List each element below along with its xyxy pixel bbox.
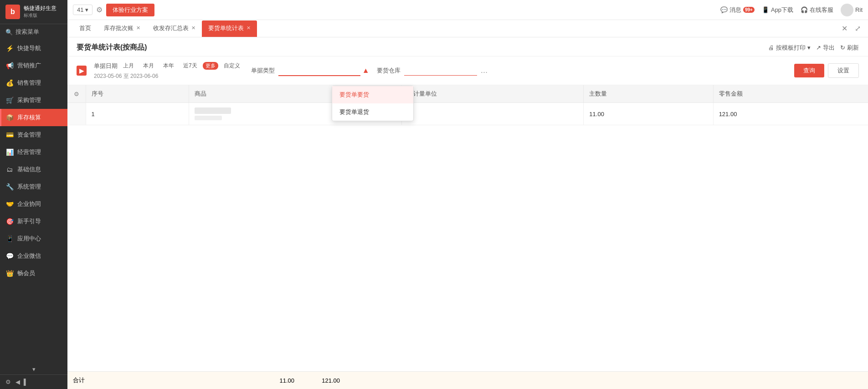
sidebar-scroll-down[interactable]: ▾ xyxy=(0,364,67,374)
collapse-button[interactable]: ◀ ▐ xyxy=(15,379,26,385)
date-tab-custom[interactable]: 自定义 xyxy=(220,61,244,71)
tab-label-home: 首页 xyxy=(79,24,91,32)
export-icon: ↗ xyxy=(816,44,821,51)
sidebar-item-appstore[interactable]: 📱应用中心 xyxy=(0,230,67,247)
main-area: 41 ▾ ⚙ 体验行业方案 💬 消息 99+ 📱 App下载 🎧 在线客服 xyxy=(67,0,868,389)
tab-close-inventory-batch[interactable]: ✕ xyxy=(136,25,140,31)
product-name-0 xyxy=(195,107,231,114)
sidebar-item-quicknav[interactable]: ⚡快捷导航 xyxy=(0,40,67,57)
sidebar-item-members[interactable]: 👑畅会员 xyxy=(0,265,67,282)
close-window-button[interactable]: ✕ xyxy=(840,23,849,34)
messages-button[interactable]: 💬 消息 99+ xyxy=(720,6,755,14)
store-selector[interactable]: 41 ▾ xyxy=(73,5,92,15)
dropdown-item-order[interactable]: 要货单要货 xyxy=(332,86,413,103)
filter-settings-button[interactable]: 设置 xyxy=(828,63,859,78)
search-menu[interactable]: 🔍 搜索菜单 xyxy=(0,24,67,40)
footer-qty: 11.00 xyxy=(258,377,294,384)
trial-button[interactable]: 体验行业方案 xyxy=(106,4,154,16)
sidebar-item-purchase[interactable]: 🛒采购管理 xyxy=(0,92,67,109)
sidebar-label-quicknav: 快捷导航 xyxy=(17,44,41,52)
filter-right-actions: 查询 设置 xyxy=(794,63,859,78)
tab-receive-summary[interactable]: 收发存汇总表✕ xyxy=(147,20,202,37)
app-download-button[interactable]: 📱 App下载 xyxy=(762,6,793,14)
message-icon: 💬 xyxy=(720,6,728,13)
footer-amount: 121.00 xyxy=(303,377,340,384)
print-template-button[interactable]: 🖨 按模板打印 ▾ xyxy=(768,44,811,52)
date-filter: 单据日期 上月 本月 本年 近7天 更多 自定义 2023-05-06 至 20… xyxy=(94,61,244,80)
th-settings[interactable]: ⚙ xyxy=(67,85,86,103)
sidebar-label-sales: 销售管理 xyxy=(17,79,41,87)
tab-label-order-stats: 要货单统计表 xyxy=(208,24,244,32)
td-settings-0 xyxy=(67,103,86,125)
sidebar-item-inventory[interactable]: 📦库存核算 xyxy=(0,109,67,126)
warehouse-input[interactable] xyxy=(404,66,477,76)
warehouse-filter-group: 要货仓库 … xyxy=(377,66,488,76)
sidebar-item-marketing[interactable]: 📢营销推广 xyxy=(0,57,67,74)
table-body: 1 块 11.00 121.00 xyxy=(67,103,868,125)
table-settings-icon[interactable]: ⚙ xyxy=(74,91,79,97)
expand-filter-button[interactable]: ▶ xyxy=(77,66,87,76)
tab-label-receive-summary: 收发存汇总表 xyxy=(153,24,189,32)
online-service-button[interactable]: 🎧 在线客服 xyxy=(801,6,833,14)
finance-icon: 💳 xyxy=(5,131,14,139)
td-unit-0: 块 xyxy=(401,103,584,125)
table-footer: 合计 11.00 121.00 xyxy=(67,371,868,389)
sidebar-bottom: ⚙ ◀ ▐ xyxy=(0,374,67,389)
purchase-icon: 🛒 xyxy=(5,96,14,104)
sidebar-item-management[interactable]: 📊经营管理 xyxy=(0,143,67,161)
sidebar-label-members: 畅会员 xyxy=(17,269,35,277)
maximize-button[interactable]: ⤢ xyxy=(853,23,863,34)
sidebar-item-system[interactable]: 🔧系统管理 xyxy=(0,178,67,195)
type-dropdown-button[interactable]: ▲ xyxy=(362,67,370,75)
sidebar-item-guide[interactable]: 🎯新手引导 xyxy=(0,213,67,230)
page-title: 要货单统计表(按商品) xyxy=(77,43,147,52)
tab-inventory-batch[interactable]: 库存批次账✕ xyxy=(98,20,147,37)
sidebar-label-enterprise: 企业协同 xyxy=(17,200,41,208)
sidebar-item-sales[interactable]: 💰销售管理 xyxy=(0,74,67,92)
query-button[interactable]: 查询 xyxy=(794,64,824,77)
date-tab-7days[interactable]: 近7天 xyxy=(180,61,201,71)
refresh-icon: ↻ xyxy=(840,44,845,51)
sidebar-item-basic[interactable]: 🗂基础信息 xyxy=(0,161,67,178)
sidebar-label-system: 系统管理 xyxy=(17,183,41,191)
export-button[interactable]: ↗ 导出 xyxy=(816,44,835,52)
tab-close-receive-summary[interactable]: ✕ xyxy=(191,25,195,31)
data-table: ⚙序号商品主计量单位主数量零售金额 1 块 11.00 121.00 xyxy=(67,85,868,125)
type-input[interactable] xyxy=(278,66,360,76)
date-tab-this-month[interactable]: 本月 xyxy=(139,61,158,71)
download-icon: 📱 xyxy=(762,6,769,13)
td-amount-0: 121.00 xyxy=(713,103,868,125)
date-tab-last-month[interactable]: 上月 xyxy=(119,61,138,71)
sidebar-label-guide: 新手引导 xyxy=(17,217,41,225)
tab-label-inventory-batch: 库存批次账 xyxy=(104,24,134,32)
date-tab-this-year[interactable]: 本年 xyxy=(159,61,178,71)
th-unit: 主计量单位 xyxy=(401,85,584,103)
sidebar-item-wechat[interactable]: 💬企业微信 xyxy=(0,247,67,265)
sidebar-item-finance[interactable]: 💳资金管理 xyxy=(0,126,67,143)
td-qty-0: 11.00 xyxy=(584,103,713,125)
sidebar-label-marketing: 营销推广 xyxy=(17,61,41,70)
tab-order-stats[interactable]: 要货单统计表✕ xyxy=(202,20,257,37)
type-dropdown-menu: 要货单要货要货单退货 xyxy=(332,86,414,121)
search-icon: 🔍 xyxy=(5,29,13,36)
logo-area: b 畅捷通好生意 标准版 xyxy=(0,0,67,24)
warehouse-more-button[interactable]: … xyxy=(481,67,488,75)
sidebar-label-basic: 基础信息 xyxy=(17,165,41,174)
sidebar-item-enterprise[interactable]: 🤝企业协同 xyxy=(0,195,67,213)
refresh-button[interactable]: ↻ 刷新 xyxy=(840,44,859,52)
tabs-bar: 首页库存批次账✕收发存汇总表✕要货单统计表✕ ✕ ⤢ xyxy=(67,20,868,37)
inventory-icon: 📦 xyxy=(5,113,14,122)
tab-home[interactable]: 首页 xyxy=(73,20,98,37)
page-header: 要货单统计表(按商品) 🖨 按模板打印 ▾ ↗ 导出 ↻ 刷新 xyxy=(67,37,868,56)
tab-close-order-stats[interactable]: ✕ xyxy=(247,25,251,31)
th-seq: 序号 xyxy=(86,85,189,103)
date-tab-more[interactable]: 更多 xyxy=(203,62,218,70)
user-avatar[interactable]: Rit xyxy=(841,4,863,16)
dropdown-item-return[interactable]: 要货单退货 xyxy=(332,103,413,121)
topbar-right: 💬 消息 99+ 📱 App下载 🎧 在线客服 Rit xyxy=(720,4,863,16)
logo-text: 畅捷通好生意 标准版 xyxy=(24,5,56,19)
settings-icon[interactable]: ⚙ xyxy=(96,5,103,14)
th-amount: 零售金额 xyxy=(713,85,868,103)
table-container: ⚙序号商品主计量单位主数量零售金额 1 块 11.00 121.00 xyxy=(67,85,868,371)
settings-button[interactable]: ⚙ xyxy=(5,379,11,385)
